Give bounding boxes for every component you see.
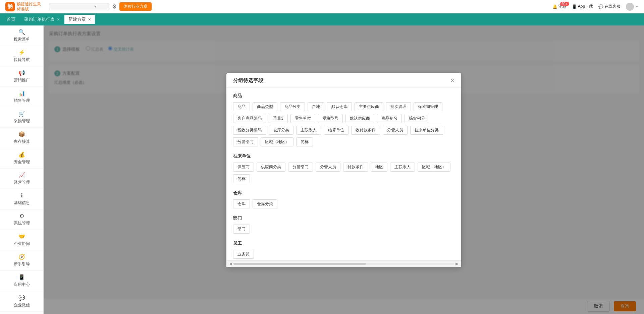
sidebar-item-operation[interactable]: 📈 经营管理 <box>0 169 43 189</box>
sidebar-item-search[interactable]: 🔍 搜索菜单 <box>0 25 43 46</box>
field-abbr[interactable]: 简称 <box>296 137 313 146</box>
sidebar-label-sales: 销售管理 <box>14 98 30 104</box>
tab-purchase-close[interactable]: ✕ <box>57 17 60 22</box>
base-icon: ℹ <box>21 192 23 199</box>
section-partner: 往来单位 供应商 供应商分类 分管部门 分管人员 付款条件 地区 主联系人 区域… <box>233 153 454 183</box>
sidebar-item-collab[interactable]: 🤝 企业协同 <box>0 230 43 250</box>
dropdown-arrow[interactable]: ▼ <box>94 5 97 8</box>
tab-home-label: 首页 <box>7 16 15 22</box>
sidebar-item-finance[interactable]: 💰 资金管理 <box>0 148 43 169</box>
search-box[interactable]: ▼ <box>49 3 109 10</box>
field-pick-points[interactable]: 拣货积分 <box>405 114 429 123</box>
field-partner-region[interactable]: 区域（地区） <box>418 163 450 172</box>
search-input[interactable] <box>52 4 92 9</box>
field-dept[interactable]: 分管部门 <box>233 137 258 146</box>
sidebar-item-inventory[interactable]: 📦 库存核算 <box>0 128 43 148</box>
field-commodity-category[interactable]: 商品分类 <box>280 102 305 111</box>
sidebar-item-purchase[interactable]: 🛒 采购管理 <box>0 107 43 128</box>
dept-field-grid: 部门 <box>233 225 454 234</box>
field-area[interactable]: 地区 <box>371 163 387 172</box>
field-partner-category[interactable]: 往来单位分类 <box>410 126 443 135</box>
field-warehouse-category[interactable]: 仓库分类 <box>269 126 293 135</box>
tab-home[interactable]: 首页 <box>3 15 19 24</box>
quick-icon: ⚡ <box>18 49 25 56</box>
field-default-supplier[interactable]: 默认供应商 <box>345 114 374 123</box>
sidebar-item-apps[interactable]: 📱 应用中心 <box>0 271 43 291</box>
scroll-right-arrow[interactable]: ▶ <box>455 261 459 266</box>
tab-new-plan[interactable]: 新建方案 ✕ <box>64 15 95 24</box>
sidebar-label-finance: 资金管理 <box>14 159 30 165</box>
sidebar-item-system[interactable]: ⚙ 系统管理 <box>0 209 43 230</box>
field-supplier[interactable]: 供应商 <box>233 163 254 172</box>
field-partner-abbr[interactable]: 简称 <box>233 174 250 183</box>
sidebar-label-quick: 快捷导航 <box>14 57 30 63</box>
employee-field-grid: 业务员 <box>233 250 454 259</box>
apps-icon: 📱 <box>18 274 25 280</box>
field-region[interactable]: 区域（地区） <box>261 137 293 146</box>
field-quality-mgmt[interactable]: 保质期管理 <box>414 102 442 111</box>
field-wh-category[interactable]: 仓库分类 <box>253 199 277 208</box>
field-main-supplier[interactable]: 主要供应商 <box>355 102 383 111</box>
field-tax-code[interactable]: 税收分类编码 <box>233 126 266 135</box>
section-commodity-heading: 商品 <box>233 93 454 99</box>
field-supervisor[interactable]: 分管人员 <box>383 126 408 135</box>
service-icon: 💬 <box>598 4 603 9</box>
sidebar-item-member[interactable]: 👑 畅会员 <box>0 312 43 314</box>
sidebar-label-inventory: 库存核算 <box>14 139 30 144</box>
field-department[interactable]: 部门 <box>233 225 250 234</box>
field-payment-terms[interactable]: 收付款条件 <box>351 126 380 135</box>
field-supplier-category[interactable]: 供应商分类 <box>257 163 285 172</box>
app-download[interactable]: 📱 App下载 <box>572 4 593 9</box>
scroll-left-arrow[interactable]: ◀ <box>229 261 232 266</box>
modal-close-btn[interactable]: ✕ <box>450 77 454 84</box>
field-default-warehouse[interactable]: 默认仓库 <box>327 102 352 111</box>
notification-area[interactable]: 🔔 消息 99+ <box>552 4 567 9</box>
field-payment-cond[interactable]: 付款条件 <box>343 163 368 172</box>
field-batch-mgmt[interactable]: 批次管理 <box>386 102 411 111</box>
section-employee-heading: 员工 <box>233 240 454 246</box>
field-commodity[interactable]: 商品 <box>233 102 250 111</box>
sidebar-item-guide[interactable]: 🧭 新手引导 <box>0 250 43 271</box>
field-partner-dept[interactable]: 分管部门 <box>288 163 313 172</box>
field-commodity-type[interactable]: 商品类型 <box>253 102 277 111</box>
sidebar-item-base[interactable]: ℹ 基础信息 <box>0 189 43 209</box>
sidebar-label-operation: 经营管理 <box>14 180 30 185</box>
finance-icon: 💰 <box>18 151 25 158</box>
tab-new-plan-label: 新建方案 <box>68 16 86 22</box>
logo-line2: 标准版 <box>17 7 41 11</box>
field-retail-unit[interactable]: 零售单位 <box>290 114 315 123</box>
field-warehouse[interactable]: 仓库 <box>233 199 250 208</box>
field-alias[interactable]: 商品别名 <box>377 114 402 123</box>
field-weight3[interactable]: 重量3 <box>269 114 288 123</box>
online-service[interactable]: 💬 在线客服 <box>598 4 621 9</box>
sidebar: 🔍 搜索菜单 ⚡ 快捷导航 📢 营销推广 📊 销售管理 🛒 采购管理 📦 库存核… <box>0 25 44 314</box>
field-salesperson[interactable]: 业务员 <box>233 250 254 259</box>
sidebar-label-base: 基础信息 <box>14 200 30 206</box>
field-contact[interactable]: 主联系人 <box>390 163 415 172</box>
sidebar-item-wechat[interactable]: 💬 企业微信 <box>0 291 43 312</box>
search-icon: 🔍 <box>18 29 25 35</box>
field-origin[interactable]: 产地 <box>308 102 324 111</box>
gear-icon[interactable]: ⚙ <box>112 3 117 10</box>
tab-new-plan-close[interactable]: ✕ <box>88 17 91 22</box>
header-right: 🔔 消息 99+ 📱 App下载 💬 在线客服 ▼ <box>552 3 639 11</box>
sidebar-item-quick[interactable]: ⚡ 快捷导航 <box>0 46 43 66</box>
guide-icon: 🧭 <box>18 254 25 260</box>
field-main-contact[interactable]: 主联系人 <box>296 126 321 135</box>
operation-icon: 📈 <box>18 172 25 178</box>
field-partner-supervisor[interactable]: 分管人员 <box>316 163 340 172</box>
wechat-icon: 💬 <box>18 295 25 301</box>
user-area[interactable]: ▼ <box>626 3 639 11</box>
inventory-icon: 📦 <box>18 131 25 137</box>
sidebar-item-sales[interactable]: 📊 销售管理 <box>0 87 43 107</box>
purchase-icon: 🛒 <box>18 111 25 117</box>
experience-btn[interactable]: 体验行业方案 <box>119 2 152 11</box>
field-settlement-unit[interactable]: 结算单位 <box>324 126 348 135</box>
header-search: ▼ ⚙ 体验行业方案 <box>49 2 552 11</box>
field-customer-code[interactable]: 客户商品编码 <box>233 114 266 123</box>
sidebar-label-collab: 企业协同 <box>14 241 30 247</box>
service-label: 在线客服 <box>604 4 621 9</box>
field-spec-model[interactable]: 规格型号 <box>318 114 343 123</box>
tab-purchase-list[interactable]: 采购订单执行表 ✕ <box>20 15 64 24</box>
sidebar-item-marketing[interactable]: 📢 营销推广 <box>0 66 43 87</box>
